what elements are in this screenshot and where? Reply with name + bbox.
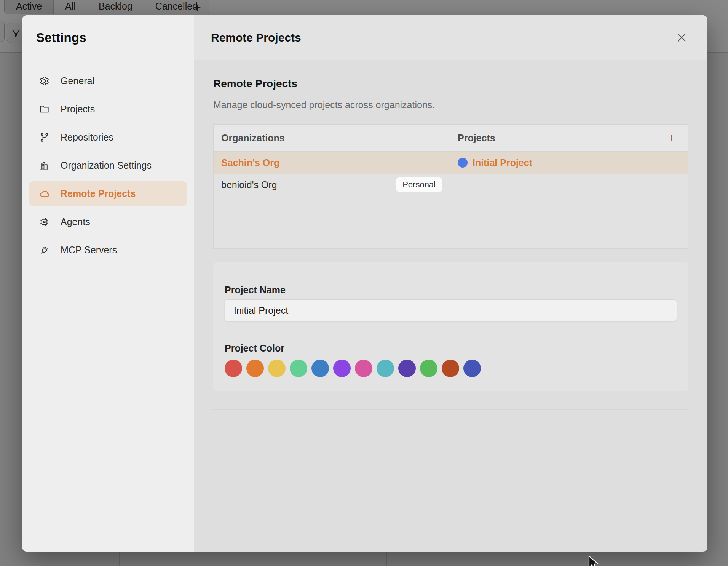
project-color-dot: [458, 158, 468, 168]
projects-empty-cell: [450, 174, 688, 196]
git-branch-icon: [39, 132, 49, 142]
sidebar-item-general[interactable]: General: [29, 69, 187, 93]
panel-content: Remote Projects Manage cloud-synced proj…: [194, 60, 707, 410]
settings-sidebar-header: Settings: [22, 15, 194, 60]
color-swatch-yellow[interactable]: [268, 360, 286, 377]
project-name-input[interactable]: [225, 299, 677, 321]
sidebar-item-label: Agents: [61, 216, 90, 227]
sidebar-item-label: Repositories: [61, 132, 113, 143]
add-project-icon[interactable]: +: [668, 131, 680, 144]
org-name: Sachin's Org: [221, 157, 279, 168]
color-swatch-purple[interactable]: [333, 360, 351, 377]
project-detail-card: Project Name Project Color: [213, 262, 688, 391]
project-name: Initial Project: [473, 157, 532, 168]
cloud-icon: [39, 189, 49, 199]
org-row-sachins-org[interactable]: Sachin's Org: [214, 152, 450, 174]
project-color-label: Project Color: [225, 343, 677, 354]
sidebar-item-projects[interactable]: Projects: [29, 97, 187, 121]
color-swatch-rust[interactable]: [442, 360, 459, 377]
sidebar-item-remote-projects[interactable]: Remote Projects: [29, 181, 187, 206]
color-swatch-deep-purple[interactable]: [398, 360, 416, 377]
color-swatch-mint[interactable]: [290, 360, 307, 377]
settings-sidebar: Settings General Projects Repositories O…: [22, 15, 194, 552]
org-name: benioid's Org: [221, 179, 277, 190]
gear-icon: [39, 76, 49, 86]
settings-nav: General Projects Repositories Organizati…: [22, 60, 194, 270]
projects-filler: [450, 196, 688, 248]
color-swatch-pink[interactable]: [355, 360, 372, 377]
settings-title: Settings: [36, 30, 86, 45]
organizations-filler: [214, 196, 450, 248]
color-swatch-teal[interactable]: [377, 360, 394, 377]
sidebar-item-label: Remote Projects: [61, 188, 136, 199]
sidebar-item-mcp-servers[interactable]: MCP Servers: [29, 238, 187, 262]
section-title: Remote Projects: [213, 78, 688, 90]
sidebar-item-label: Projects: [61, 104, 95, 115]
settings-panel: Remote Projects Remote Projects Manage c…: [194, 15, 707, 552]
project-name-label: Project Name: [225, 285, 677, 296]
panel-title: Remote Projects: [211, 31, 301, 44]
sidebar-item-label: Organization Settings: [61, 160, 152, 171]
chip-icon: [39, 217, 49, 227]
color-swatch-red[interactable]: [225, 360, 242, 377]
sidebar-item-label: General: [61, 75, 94, 86]
project-color-swatches: [225, 360, 677, 377]
screen: { "backdrop": { "tab_bar": { "tabs": [ {…: [0, 0, 728, 566]
organizations-header: Organizations: [214, 125, 450, 152]
settings-modal: Settings General Projects Repositories O…: [22, 15, 707, 552]
personal-badge: Personal: [396, 177, 442, 192]
plug-icon: [39, 245, 49, 255]
projects-header-label: Projects: [458, 133, 495, 144]
color-swatch-green[interactable]: [420, 360, 437, 377]
mouse-cursor: [588, 556, 601, 566]
panel-header: Remote Projects: [194, 15, 707, 60]
projects-header: Projects +: [450, 125, 688, 152]
org-row-benioids-org[interactable]: benioid's Org Personal: [214, 174, 450, 196]
content-divider: [213, 409, 688, 410]
sidebar-item-organization-settings[interactable]: Organization Settings: [29, 153, 187, 177]
building-icon: [39, 160, 49, 171]
organizations-header-label: Organizations: [221, 133, 285, 144]
sidebar-item-repositories[interactable]: Repositories: [29, 125, 187, 149]
color-swatch-orange[interactable]: [246, 360, 264, 377]
org-projects-table: Organizations Projects + Sachin's Org In…: [213, 124, 688, 249]
folder-icon: [39, 104, 49, 114]
sidebar-item-label: MCP Servers: [61, 245, 117, 256]
section-subtitle: Manage cloud-synced projects across orga…: [213, 99, 688, 110]
close-button[interactable]: [674, 30, 689, 45]
sidebar-item-agents[interactable]: Agents: [29, 209, 187, 234]
color-swatch-blue[interactable]: [311, 360, 329, 377]
project-row-initial-project[interactable]: Initial Project: [450, 152, 688, 174]
color-swatch-indigo[interactable]: [463, 360, 481, 377]
close-icon: [677, 32, 687, 43]
